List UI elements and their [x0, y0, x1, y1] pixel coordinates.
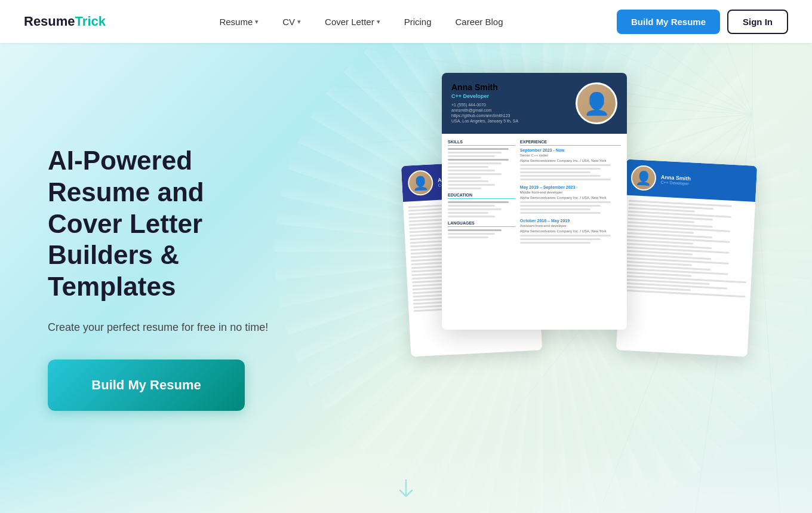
side-card-header-right: Anna Smith C++ Developer	[624, 159, 757, 201]
resume-exp-3-company: Alpha Semiconductors Company Inc. / USA,…	[520, 229, 621, 233]
side-line	[628, 204, 713, 210]
nav-resume[interactable]: Resume ▾	[210, 12, 268, 32]
side-line	[413, 297, 516, 305]
svg-line-4	[513, 115, 752, 413]
side-avatar-right	[630, 165, 657, 191]
svg-line-7	[752, 115, 782, 513]
resume-languages-title: Languages	[448, 221, 515, 227]
side-line	[412, 274, 497, 279]
nav-career-blog[interactable]: Career Blog	[446, 12, 513, 32]
side-line	[626, 254, 711, 260]
side-line	[627, 232, 712, 238]
nav-cover-letter[interactable]: Cover Letter ▾	[315, 12, 390, 32]
side-role-right: C++ Developer	[660, 180, 690, 186]
side-line	[411, 263, 497, 269]
side-line	[627, 236, 730, 243]
scroll-down-icon	[394, 477, 418, 501]
hero-section: AI-Powered Resume and Cover Letter Build…	[0, 43, 812, 513]
side-line	[413, 295, 498, 301]
side-line	[624, 290, 746, 298]
resume-main-body: Skills Education	[442, 134, 627, 254]
logo-text-resume: Resume	[24, 14, 75, 29]
side-line	[626, 250, 693, 256]
nav-cv[interactable]: CV ▾	[273, 12, 310, 32]
side-name-block-right: Anna Smith C++ Developer	[660, 174, 691, 186]
side-line	[628, 222, 713, 228]
side-line	[413, 304, 535, 312]
navbar: ResumeTrick Resume ▾ CV ▾ Cover Letter ▾…	[0, 0, 812, 43]
resume-exp-2-role: Middle front-end developer	[520, 191, 621, 194]
resume-main-header: Anna Smith C++ Developer +1 (555) 444-00…	[442, 73, 627, 134]
side-line	[410, 245, 496, 251]
resume-main-name-block: Anna Smith C++ Developer +1 (555) 444-00…	[451, 82, 568, 124]
side-line	[628, 211, 731, 218]
resume-exp-3-role: Assistant front-end developer	[520, 224, 621, 228]
hero-resume-preview: Anna Smith C++ Developer	[406, 55, 812, 503]
side-line	[413, 303, 480, 308]
hero-cta-button[interactable]: Build My Resume	[48, 360, 245, 411]
svg-line-9	[334, 43, 752, 115]
resume-contact-1: +1 (555) 444-0070	[451, 103, 568, 107]
svg-line-2	[394, 115, 752, 234]
side-avatar-left	[407, 170, 433, 196]
side-line	[628, 225, 731, 232]
side-line	[625, 272, 692, 277]
nav-actions: Build My Resume Sign In	[617, 10, 788, 34]
resume-card-left: Anna Smith C++ Developer	[401, 159, 542, 357]
logo[interactable]: ResumeTrick	[24, 14, 106, 29]
chevron-down-icon: ▾	[255, 18, 259, 26]
resume-contact-2: annsmith@gmail.com	[451, 108, 568, 112]
resume-contact-4: USA, Los Angeles, January 5 th, SA	[451, 119, 568, 123]
resume-exp-2-period: May 2019 – September 2023	[520, 185, 621, 189]
side-line	[629, 200, 732, 207]
nav-pricing[interactable]: Pricing	[395, 12, 441, 32]
resume-exp-1-period: September 2023 - Now	[520, 148, 621, 152]
side-line	[413, 288, 479, 294]
side-name-left: Anna Smith	[438, 176, 467, 183]
side-line	[625, 282, 728, 290]
hero-content: AI-Powered Resume and Cover Letter Build…	[0, 97, 328, 459]
side-body-left	[403, 195, 540, 318]
side-line	[408, 210, 475, 216]
side-card-header-left: Anna Smith C++ Developer	[401, 159, 534, 201]
side-role-left: C++ Developer	[438, 182, 467, 188]
side-line	[628, 218, 694, 223]
chevron-down-icon: ▾	[297, 18, 301, 26]
side-line	[410, 234, 495, 240]
side-line	[412, 278, 479, 283]
logo-text-trick: Trick	[75, 14, 106, 29]
side-line	[628, 207, 695, 213]
navbar-sign-in-button[interactable]: Sign In	[727, 10, 788, 34]
side-line	[628, 214, 713, 220]
side-line	[411, 271, 478, 276]
resume-education-title: Education	[448, 193, 515, 199]
side-body-right	[619, 195, 755, 304]
navbar-build-resume-button[interactable]: Build My Resume	[617, 10, 720, 34]
side-line	[411, 254, 514, 262]
svg-line-8	[334, 85, 752, 115]
side-line	[411, 260, 478, 265]
side-line	[625, 265, 710, 271]
resume-skills-title: Skills	[448, 140, 515, 146]
svg-line-3	[454, 115, 752, 324]
svg-line-11	[424, 43, 752, 115]
side-line	[409, 221, 476, 226]
svg-line-5	[603, 115, 752, 503]
sunburst-decoration	[334, 43, 812, 513]
side-line	[625, 279, 710, 285]
nav-links: Resume ▾ CV ▾ Cover Letter ▾ Pricing Car…	[210, 12, 512, 32]
resume-card-right: Anna Smith C++ Developer	[616, 159, 757, 357]
side-line	[410, 239, 476, 244]
side-line	[626, 247, 730, 254]
side-line	[410, 226, 513, 233]
hero-subtitle: Create your perfect resume for free in n…	[48, 320, 281, 336]
side-line	[625, 261, 692, 266]
side-line	[411, 265, 515, 272]
chevron-down-icon: ▾	[377, 18, 380, 26]
resume-exp-2: May 2019 – September 2023 Middle front-e…	[520, 185, 621, 214]
resume-col-left: Skills Education	[448, 140, 515, 248]
side-line	[413, 290, 534, 298]
side-line	[625, 268, 728, 275]
side-name-block-left: Anna Smith C++ Developer	[438, 176, 468, 188]
side-line	[409, 223, 494, 229]
